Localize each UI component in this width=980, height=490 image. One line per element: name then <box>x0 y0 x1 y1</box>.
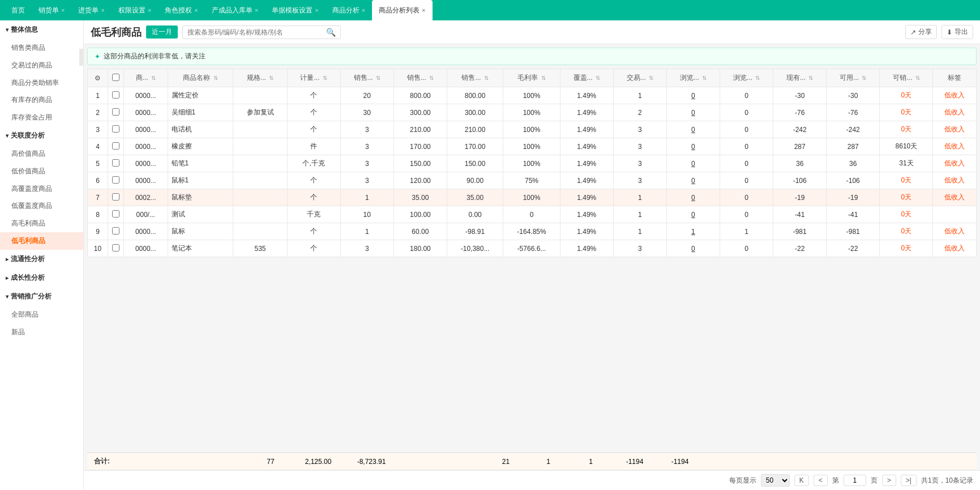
nav-template-close[interactable]: × <box>315 7 318 14</box>
share-button[interactable]: ↗ 分享 <box>905 25 937 39</box>
row-checkbox-cell[interactable] <box>108 189 124 206</box>
nav-sales-close[interactable]: × <box>61 7 65 14</box>
row-views2: 1 <box>720 223 773 240</box>
total-records-label: 共1页，10条记录 <box>921 476 973 485</box>
row-name[interactable]: 鼠标1 <box>168 172 233 189</box>
row-checkbox-cell[interactable] <box>108 138 124 155</box>
nav-sales[interactable]: 销货单 × <box>32 0 71 20</box>
sidebar-item-all-goods[interactable]: 全部商品 <box>0 306 83 323</box>
row-checkbox-cell[interactable] <box>108 223 124 240</box>
date-range-button[interactable]: 近一月 <box>146 25 178 39</box>
row-views1[interactable]: 0 <box>666 138 720 155</box>
sidebar-item-low-margin[interactable]: 低毛利商品 <box>0 232 83 250</box>
sidebar-item-traded-goods[interactable]: 交易过的商品 <box>0 57 83 74</box>
row-checkbox[interactable] <box>112 159 119 167</box>
nav-template[interactable]: 单据模板设置 × <box>265 0 325 20</box>
search-box[interactable]: 🔍 <box>182 25 341 39</box>
sidebar-group-flow[interactable]: ▸ 流通性分析 <box>0 250 83 269</box>
nav-permission-close[interactable]: × <box>148 7 151 14</box>
row-name[interactable]: 鼠标垫 <box>168 189 233 206</box>
row-views1[interactable]: 0 <box>666 104 720 121</box>
sidebar-item-category-rate[interactable]: 商品分类助销率 <box>0 74 83 92</box>
sidebar-group-correlation[interactable]: ▾ 关联度分析 <box>0 126 83 145</box>
row-checkbox[interactable] <box>112 91 119 99</box>
nav-purchase[interactable]: 进货单 × <box>71 0 111 20</box>
row-name[interactable]: 橡皮擦 <box>168 138 233 155</box>
export-button[interactable]: ⬇ 导出 <box>942 25 973 39</box>
row-checkbox[interactable] <box>112 108 119 116</box>
sidebar-group-marketing[interactable]: ▾ 营销推广分析 <box>0 287 83 306</box>
row-no: 9 <box>88 223 108 240</box>
row-current: -30 <box>773 87 827 104</box>
nav-product-analysis[interactable]: 商品分析 × <box>326 0 372 20</box>
row-checkbox[interactable] <box>112 193 119 201</box>
row-views1[interactable]: 0 <box>666 121 720 138</box>
select-all-checkbox[interactable] <box>112 74 119 81</box>
row-views1[interactable]: 0 <box>666 87 720 104</box>
row-saleable: 0天 <box>880 172 933 189</box>
row-checkbox[interactable] <box>112 176 119 184</box>
nav-product-in[interactable]: 产成品入库单 × <box>205 0 265 20</box>
sidebar-item-high-margin[interactable]: 高毛利商品 <box>0 215 83 232</box>
col-spec: 规格... ⇅ <box>233 69 287 87</box>
row-sales-qty: 1 <box>340 189 393 206</box>
page-size-select[interactable]: 50 100 <box>761 474 790 487</box>
row-trade: 1 <box>613 189 666 206</box>
row-checkbox[interactable] <box>112 142 119 150</box>
row-checkbox-cell[interactable] <box>108 206 124 223</box>
row-checkbox-cell[interactable] <box>108 87 124 104</box>
row-name[interactable]: 测试 <box>168 206 233 223</box>
row-checkbox[interactable] <box>112 244 119 252</box>
sidebar-item-stock-capital[interactable]: 库存资金占用 <box>0 109 83 126</box>
row-checkbox-cell[interactable] <box>108 155 124 172</box>
nav-product-analysis-list[interactable]: 商品分析列表 × <box>372 0 432 20</box>
row-name[interactable]: 吴细细1 <box>168 104 233 121</box>
sidebar-item-high-coverage[interactable]: 高覆盖度商品 <box>0 180 83 198</box>
prev-page-button[interactable]: < <box>814 475 828 486</box>
row-views1[interactable]: 0 <box>666 240 720 257</box>
row-views1[interactable]: 0 <box>666 206 720 223</box>
sidebar-item-low-value[interactable]: 低价值商品 <box>0 163 83 180</box>
nav-product-analysis-list-close[interactable]: × <box>422 7 425 14</box>
nav-product-analysis-close[interactable]: × <box>362 7 365 14</box>
col-checkbox[interactable] <box>108 69 124 87</box>
row-checkbox-cell[interactable] <box>108 121 124 138</box>
row-name[interactable]: 属性定价 <box>168 87 233 104</box>
row-views1[interactable]: 0 <box>666 189 720 206</box>
search-input[interactable] <box>187 28 326 36</box>
row-name[interactable]: 铅笔1 <box>168 155 233 172</box>
next-page-button[interactable]: > <box>882 475 896 486</box>
row-checkbox[interactable] <box>112 210 119 218</box>
sidebar-item-new-goods[interactable]: 新品 <box>0 323 83 341</box>
nav-role[interactable]: 角色授权 × <box>158 0 204 20</box>
row-checkbox[interactable] <box>112 227 119 235</box>
row-checkbox-cell[interactable] <box>108 240 124 257</box>
last-page-button[interactable]: >| <box>901 475 917 486</box>
sidebar-group-overall[interactable]: ▾ 整体信息 <box>0 20 83 39</box>
row-name[interactable]: 鼠标 <box>168 223 233 240</box>
sidebar-item-high-value[interactable]: 高价值商品 <box>0 145 83 163</box>
sidebar-item-sales-goods[interactable]: 销售类商品 <box>0 39 83 57</box>
page-number-input[interactable] <box>844 475 866 486</box>
row-name[interactable]: 笔记本 <box>168 240 233 257</box>
col-settings[interactable]: ⚙ <box>88 69 108 87</box>
row-views1[interactable]: 0 <box>666 155 720 172</box>
row-views1[interactable]: 1 <box>666 223 720 240</box>
sidebar-group-growth[interactable]: ▸ 成长性分析 <box>0 269 83 287</box>
row-checkbox-cell[interactable] <box>108 104 124 121</box>
nav-product-in-close[interactable]: × <box>255 7 258 14</box>
row-checkbox[interactable] <box>112 125 119 133</box>
nav-purchase-close[interactable]: × <box>101 7 104 14</box>
sidebar-collapse-button[interactable]: 《 <box>79 49 84 66</box>
col-views1: 浏览... ⇅ <box>666 69 720 87</box>
nav-permission[interactable]: 权限设置 × <box>112 0 158 20</box>
row-name[interactable]: 电话机 <box>168 121 233 138</box>
nav-home[interactable]: 首页 <box>5 0 32 20</box>
first-page-button[interactable]: K <box>794 475 809 486</box>
nav-role-close[interactable]: × <box>194 7 198 14</box>
table-row: 2 0000... 吴细细1 参加复试 个 30 300.00 300.00 1… <box>88 104 977 121</box>
row-views1[interactable]: 0 <box>666 172 720 189</box>
sidebar-item-low-coverage[interactable]: 低覆盖度商品 <box>0 197 83 215</box>
row-checkbox-cell[interactable] <box>108 172 124 189</box>
sidebar-item-stock-goods[interactable]: 有库存的商品 <box>0 91 83 109</box>
